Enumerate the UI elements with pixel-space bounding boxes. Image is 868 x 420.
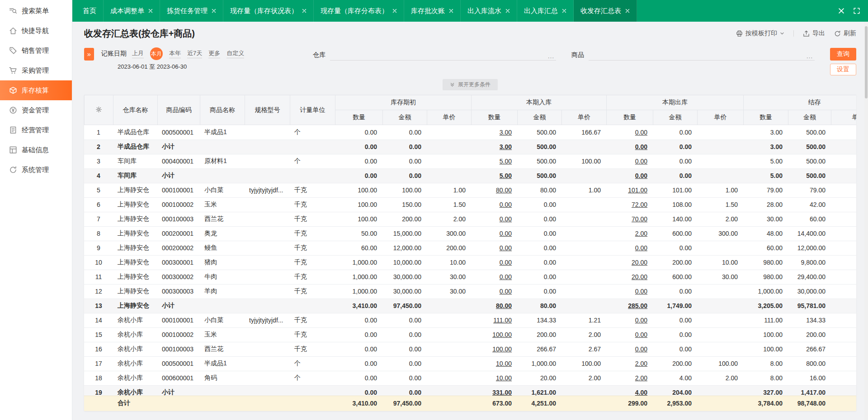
qty-drilldown-link[interactable]: 2.00: [635, 374, 647, 382]
date-range-last-7-days[interactable]: 近7天: [187, 49, 202, 58]
qty-drilldown-link[interactable]: 100.00: [492, 345, 512, 353]
qty-drilldown-link[interactable]: 0.00: [500, 230, 512, 237]
close-tab-icon[interactable]: [148, 9, 153, 13]
sidebar-item-search[interactable]: 搜索菜单: [0, 1, 72, 21]
tools-divider: [793, 30, 794, 37]
qty-drilldown-link[interactable]: 10.00: [496, 374, 512, 382]
qty-drilldown-link[interactable]: 0.00: [500, 215, 512, 223]
export-button[interactable]: 导出: [803, 29, 825, 37]
qty-drilldown-link[interactable]: 20.00: [632, 259, 647, 266]
row-number: 11: [84, 270, 113, 284]
refresh-button[interactable]: 刷新: [834, 29, 856, 37]
table-row: 9上海静安仓000200002鳗鱼千克60.0012,000.00200.000…: [84, 241, 856, 255]
value-cell: 0.00: [382, 168, 427, 183]
close-tab-icon[interactable]: [505, 9, 510, 13]
qty-drilldown-link[interactable]: 0.00: [635, 129, 647, 136]
sidebar-item-funds[interactable]: 资金管理: [0, 100, 72, 120]
qty-drilldown-link[interactable]: 5.00: [500, 158, 512, 165]
tab-receipt-issue-balance[interactable]: 收发存汇总表: [574, 0, 637, 22]
tab-cost-adjust[interactable]: 成本调整单: [104, 0, 160, 22]
qty-drilldown-link[interactable]: 101.00: [628, 187, 647, 194]
qty-drilldown-link[interactable]: 0.00: [635, 172, 647, 179]
qty-drilldown-link[interactable]: 0.00: [500, 259, 512, 266]
qty-drilldown-link[interactable]: 3.00: [500, 129, 512, 136]
qty-drilldown-link[interactable]: 20.00: [632, 273, 647, 280]
value-cell: 10,000.00: [382, 255, 427, 270]
date-range-this-year[interactable]: 本年: [169, 49, 181, 58]
tab-stock-distribution[interactable]: 现存量（库存分布表）: [314, 0, 404, 22]
spec-cell: [245, 299, 290, 313]
date-range-custom[interactable]: 自定义: [226, 49, 244, 58]
date-range-more[interactable]: 更多: [208, 49, 220, 58]
column-settings-gear-icon[interactable]: [95, 106, 102, 113]
settings-button[interactable]: 设置: [830, 64, 856, 75]
qty-drilldown-link[interactable]: 331.00: [492, 389, 512, 396]
qty-drilldown-link[interactable]: 0.00: [635, 317, 647, 324]
qty-drilldown-link[interactable]: 0.00: [635, 345, 647, 353]
close-tab-icon[interactable]: [449, 9, 453, 13]
product-picker-button[interactable]: …: [805, 52, 815, 60]
qty-drilldown-link[interactable]: 111.00: [493, 317, 512, 324]
qty-drilldown-link[interactable]: 4.00: [635, 389, 647, 396]
close-tab-icon[interactable]: [625, 9, 630, 13]
qty-drilldown-link[interactable]: 100.00: [492, 331, 512, 338]
value-cell: 2.00: [697, 212, 743, 226]
close-tab-icon[interactable]: [562, 9, 566, 13]
qty-drilldown-link[interactable]: 0.00: [635, 143, 647, 150]
value-cell: 980.00: [743, 255, 788, 270]
sidebar-item-base-info[interactable]: 基础信息: [0, 140, 72, 160]
product-name-cell: 小白菜: [200, 183, 245, 197]
close-tab-icon[interactable]: [392, 9, 397, 13]
spec-cell: [245, 212, 290, 226]
vertical-scrollbar[interactable]: [864, 22, 868, 420]
qty-drilldown-link[interactable]: 0.00: [635, 288, 647, 295]
value-cell: 1,000.00: [335, 270, 382, 284]
qty-drilldown-link[interactable]: 80.00: [496, 302, 512, 309]
tab-stock-status[interactable]: 现存量（库存状况表）: [223, 0, 314, 22]
qty-drilldown-link[interactable]: 70.00: [632, 215, 647, 223]
date-range-last-month[interactable]: 上月: [132, 49, 144, 58]
value-cell: [427, 299, 471, 313]
tab-inout-summary[interactable]: 出入库汇总: [517, 0, 574, 22]
tab-picking-task[interactable]: 拣货任务管理: [160, 0, 223, 22]
query-button[interactable]: 查询: [830, 48, 856, 61]
qty-drilldown-link[interactable]: 2.00: [635, 230, 647, 237]
qty-drilldown-link[interactable]: 0.00: [500, 244, 512, 252]
fullscreen-icon[interactable]: [854, 8, 860, 14]
sidebar-item-system[interactable]: 系统管理: [0, 160, 72, 180]
scrollbar-thumb[interactable]: [865, 26, 868, 98]
qty-drilldown-link[interactable]: 0.00: [500, 288, 512, 295]
qty-drilldown-link[interactable]: 0.00: [635, 331, 647, 338]
qty-drilldown-link[interactable]: 2.00: [635, 360, 647, 367]
collapse-filter-button[interactable]: »: [84, 48, 94, 61]
sidebar-item-inventory[interactable]: 库存核算: [0, 80, 72, 100]
sidebar-item-business[interactable]: 经营管理: [0, 120, 72, 140]
tab-home[interactable]: 首页: [76, 0, 104, 22]
value-cell: [831, 212, 856, 226]
qty-drilldown-link[interactable]: 285.00: [628, 302, 647, 309]
close-tab-icon[interactable]: [302, 9, 307, 13]
warehouse-picker-button[interactable]: …: [546, 52, 556, 60]
qty-drilldown-link[interactable]: 0.00: [500, 201, 512, 208]
qty-drilldown-link[interactable]: 72.00: [632, 201, 647, 208]
warehouse-input[interactable]: …: [330, 49, 556, 61]
qty-drilldown-link[interactable]: 0.00: [500, 273, 512, 280]
qty-drilldown-link[interactable]: 10.00: [496, 360, 512, 367]
sidebar-item-sales[interactable]: 销售管理: [0, 41, 72, 61]
product-name-cell: 西兰花: [200, 212, 245, 226]
qty-drilldown-link[interactable]: 3.00: [500, 143, 512, 150]
sidebar-item-purchase[interactable]: 采购管理: [0, 61, 72, 80]
qty-drilldown-link[interactable]: 0.00: [635, 244, 647, 252]
sidebar-item-quick-nav[interactable]: 快捷导航: [0, 21, 72, 41]
product-input[interactable]: …: [589, 49, 815, 61]
qty-drilldown-link[interactable]: 80.00: [496, 187, 512, 194]
close-tab-icon[interactable]: [212, 9, 216, 13]
print-by-template-button[interactable]: 按模板打印: [736, 29, 784, 37]
expand-more-conditions-button[interactable]: 展开更多条件: [443, 79, 498, 90]
tab-inout-flow[interactable]: 出入库流水: [461, 0, 517, 22]
tab-batch-ledger[interactable]: 库存批次账: [404, 0, 461, 22]
close-all-tabs-icon[interactable]: [838, 8, 844, 14]
qty-drilldown-link[interactable]: 0.00: [635, 158, 647, 165]
date-range-this-month[interactable]: 本月: [150, 47, 163, 60]
qty-drilldown-link[interactable]: 5.00: [500, 172, 512, 179]
